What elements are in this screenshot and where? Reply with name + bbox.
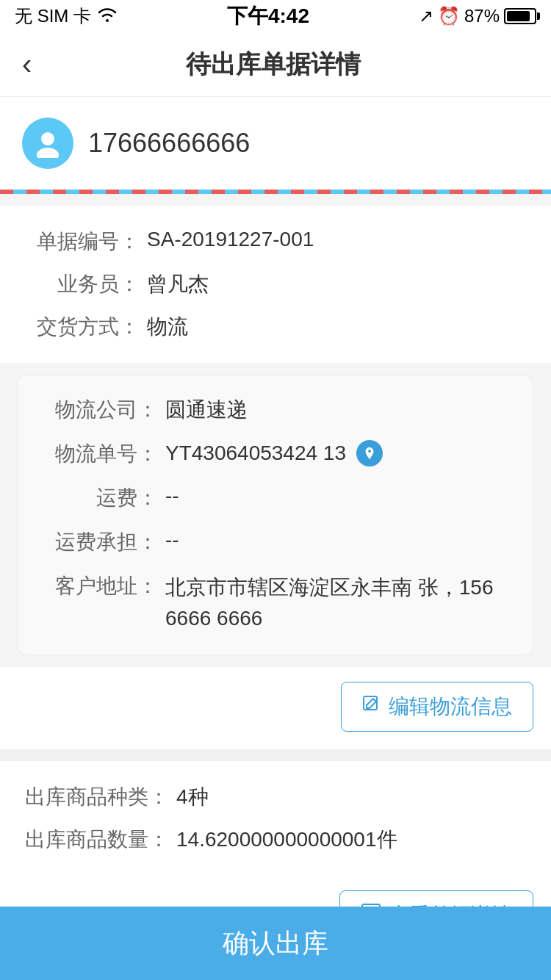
alarm-icon: ⏰ xyxy=(438,6,460,26)
delivery-value: 物流 xyxy=(147,313,529,341)
salesperson-label: 业务员： xyxy=(22,270,140,298)
order-no-label: 单据编号： xyxy=(22,228,140,256)
status-left: 无 SIM 卡 xyxy=(15,4,118,28)
map-pin-icon[interactable] xyxy=(356,440,383,466)
svg-point-1 xyxy=(37,148,59,158)
avatar xyxy=(22,118,73,169)
goods-quantity-label: 出库商品数量： xyxy=(22,826,169,854)
location-icon: ↗ xyxy=(419,6,433,26)
wifi-icon xyxy=(97,6,118,26)
goods-section: 出库商品种类： 4种 出库商品数量： 14.620000000000001件 xyxy=(0,761,551,876)
freight-row: 运费： -- xyxy=(40,484,511,512)
tracking-no-text: YT43064053424 13 xyxy=(165,442,346,465)
logistics-company-value: 圆通速递 xyxy=(165,396,511,424)
goods-type-label: 出库商品种类： xyxy=(22,783,169,811)
battery-percentage: 87% xyxy=(464,6,500,26)
carrier-text: 无 SIM 卡 xyxy=(15,4,91,28)
freight-bearer-value: -- xyxy=(165,528,511,552)
logistics-company-label: 物流公司： xyxy=(40,396,158,424)
salesperson-value: 曾凡杰 xyxy=(147,270,529,298)
delivery-row: 交货方式： 物流 xyxy=(22,313,529,341)
status-right: ↗ ⏰ 87% xyxy=(419,6,536,26)
customer-phone: 17666666666 xyxy=(88,128,250,159)
edit-icon xyxy=(362,695,381,719)
status-time: 下午4:42 xyxy=(227,2,309,30)
svg-point-0 xyxy=(41,132,54,145)
freight-value: -- xyxy=(165,484,511,508)
goods-quantity-value: 14.620000000000001件 xyxy=(176,826,397,854)
tracking-no-row: 物流单号： YT43064053424 13 xyxy=(40,440,511,468)
goods-quantity-row: 出库商品数量： 14.620000000000001件 xyxy=(22,826,529,854)
goods-type-row: 出库商品种类： 4种 xyxy=(22,783,529,811)
goods-type-value: 4种 xyxy=(176,783,209,811)
delivery-label: 交货方式： xyxy=(22,313,140,341)
confirm-button[interactable]: 确认出库 xyxy=(0,907,551,980)
address-label: 客户地址： xyxy=(40,572,158,600)
freight-bearer-row: 运费承担： -- xyxy=(40,528,511,556)
battery-icon xyxy=(504,8,536,24)
address-row: 客户地址： 北京市市辖区海淀区永丰南 张，156 6666 6666 xyxy=(40,572,511,634)
logistics-company-row: 物流公司： 圆通速递 xyxy=(40,396,511,424)
back-button[interactable]: ‹ xyxy=(22,48,32,81)
salesperson-row: 业务员： 曾凡杰 xyxy=(22,270,529,298)
dashed-divider xyxy=(0,190,551,194)
edit-logistics-button[interactable]: 编辑物流信息 xyxy=(341,682,533,732)
confirm-button-label: 确认出库 xyxy=(223,926,328,962)
edit-btn-row: 编辑物流信息 xyxy=(0,667,551,749)
order-no-row: 单据编号： SA-20191227-001 xyxy=(22,228,529,256)
customer-section: 17666666666 xyxy=(0,97,551,190)
page-title: 待出库单据详情 xyxy=(46,48,500,82)
tracking-no-label: 物流单号： xyxy=(40,440,158,468)
freight-bearer-label: 运费承担： xyxy=(40,528,158,556)
nav-bar: ‹ 待出库单据详情 xyxy=(0,32,551,97)
status-bar: 无 SIM 卡 下午4:42 ↗ ⏰ 87% xyxy=(0,0,551,32)
order-info-section: 单据编号： SA-20191227-001 业务员： 曾凡杰 交货方式： 物流 xyxy=(0,206,551,363)
edit-logistics-label: 编辑物流信息 xyxy=(389,693,512,721)
logistics-card: 物流公司： 圆通速递 物流单号： YT43064053424 13 运费： --… xyxy=(18,375,533,655)
freight-label: 运费： xyxy=(40,484,158,512)
section-divider xyxy=(0,749,551,761)
tracking-no-value-container: YT43064053424 13 xyxy=(165,440,511,466)
address-value: 北京市市辖区海淀区永丰南 张，156 6666 6666 xyxy=(165,572,511,634)
order-no-value: SA-20191227-001 xyxy=(147,228,529,251)
